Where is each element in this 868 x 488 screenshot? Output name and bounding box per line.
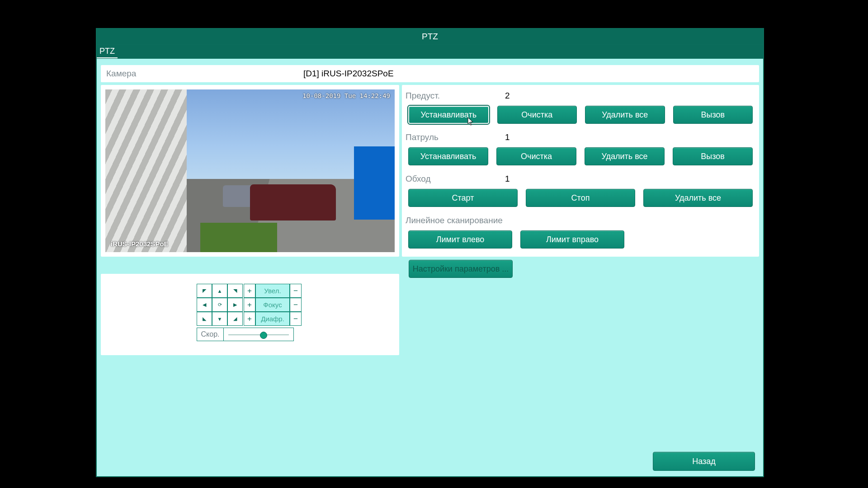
tab-bar: PTZ [97, 44, 763, 59]
back-button[interactable]: Назад [653, 452, 755, 471]
ptz-window: PTZ PTZ Камера [D1] iRUS-IP2032SPoE 10-0… [96, 28, 764, 477]
patrol-clear-button[interactable]: Очистка [496, 147, 576, 165]
linescan-row: Линейное сканирование [402, 211, 759, 230]
ptz-right[interactable]: ▶ [227, 298, 243, 312]
speed-label: Скор. [197, 328, 224, 341]
limit-left-button[interactable]: Лимит влево [408, 230, 512, 249]
window-title: PTZ [97, 29, 763, 44]
patrol-value[interactable]: 1 [505, 132, 523, 142]
camera-selector[interactable]: Камера [D1] iRUS-IP2032SPoE [101, 65, 759, 82]
preview-camera-label: iRUS-IP2032SPoE [111, 240, 169, 248]
settings-pane: Предуст. 2 Устанавливать Очистка Удалить… [402, 85, 759, 257]
ptz-auto[interactable]: ⟳ [212, 298, 227, 312]
ptz-up[interactable]: ▲ [212, 284, 227, 298]
speed-slider[interactable] [223, 328, 294, 341]
ptz-dpad: ◤ ▲ ◥ ◀ ⟳ ▶ ◣ ▼ ◢ [197, 284, 243, 326]
preset-buttons: Устанавливать Очистка Удалить все Вызов [402, 105, 759, 128]
tab-ptz[interactable]: PTZ [97, 45, 118, 58]
tour-delete-all-button[interactable]: Удалить все [643, 189, 753, 207]
focus-out-button[interactable]: − [290, 298, 302, 312]
focus-in-button[interactable]: + [244, 298, 255, 312]
video-preview[interactable]: 10-08-2019 Tue 14:22:49 iRUS-IP2032SPoE [105, 89, 395, 252]
preset-call-button[interactable]: Вызов [673, 106, 753, 124]
iris-open-button[interactable]: + [244, 312, 255, 326]
preset-delete-all-button[interactable]: Удалить все [585, 106, 665, 124]
tour-stop-button[interactable]: Стоп [526, 189, 635, 207]
ptz-left[interactable]: ◀ [197, 298, 212, 312]
preset-clear-button[interactable]: Очистка [497, 106, 577, 124]
limit-right-button[interactable]: Лимит вправо [520, 230, 624, 249]
preset-set-button[interactable]: Устанавливать [408, 106, 489, 124]
patrol-buttons: Устанавливать Очистка Удалить все Вызов [402, 146, 759, 170]
zoom-label: Увел. [255, 284, 290, 298]
linescan-label: Линейное сканирование [406, 216, 503, 225]
speed-thumb[interactable] [260, 332, 267, 339]
focus-label: Фокус [255, 298, 290, 312]
tour-start-button[interactable]: Старт [408, 189, 518, 207]
ptz-control-panel: ◤ ▲ ◥ ◀ ⟳ ▶ ◣ ▼ ◢ + Увел. − + Фокус − + … [101, 274, 399, 355]
ptz-down-left[interactable]: ◣ [197, 312, 212, 326]
camera-value: [D1] iRUS-IP2032SPoE [300, 69, 759, 79]
more-settings-button[interactable]: Настройки параметров ... [409, 260, 513, 278]
zoom-focus-iris-grid: + Увел. − + Фокус − + Диафр. − [244, 284, 302, 326]
patrol-set-button[interactable]: Устанавливать [408, 147, 488, 165]
tour-label: Обход [406, 174, 505, 184]
zoom-in-button[interactable]: + [244, 284, 255, 298]
patrol-row: Патруль 1 [402, 128, 759, 146]
tour-buttons: Старт Стоп Удалить все [402, 188, 759, 211]
preset-label: Предуст. [406, 91, 505, 101]
zoom-out-button[interactable]: − [290, 284, 302, 298]
tour-row: Обход 1 [402, 170, 759, 188]
speed-row: Скор. [197, 328, 294, 341]
patrol-delete-all-button[interactable]: Удалить все [585, 147, 665, 165]
ptz-up-left[interactable]: ◤ [197, 284, 212, 298]
video-preview-frame: 10-08-2019 Tue 14:22:49 iRUS-IP2032SPoE [101, 85, 399, 257]
iris-label: Диафр. [255, 312, 290, 326]
patrol-label: Патруль [406, 132, 505, 142]
patrol-call-button[interactable]: Вызов [673, 147, 753, 165]
preset-value[interactable]: 2 [505, 91, 523, 101]
preset-row: Предуст. 2 [402, 87, 759, 105]
tour-value[interactable]: 1 [505, 174, 523, 184]
ptz-down-right[interactable]: ◢ [227, 312, 243, 326]
camera-label: Камера [101, 69, 300, 79]
ptz-down[interactable]: ▼ [212, 312, 227, 326]
preview-timestamp: 10-08-2019 Tue 14:22:49 [302, 92, 390, 99]
linescan-buttons: Лимит влево Лимит вправо [402, 230, 759, 253]
iris-close-button[interactable]: − [290, 312, 302, 326]
ptz-up-right[interactable]: ◥ [227, 284, 243, 298]
content-area: Камера [D1] iRUS-IP2032SPoE 10-08-2019 T… [97, 59, 763, 476]
